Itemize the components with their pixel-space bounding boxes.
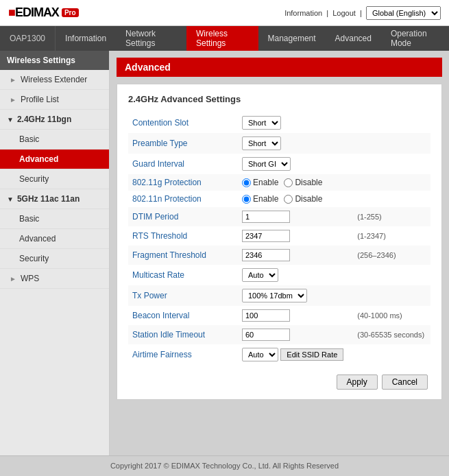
nav-network-settings[interactable]: Network Settings: [116, 26, 186, 51]
sidebar-sub-5ghz-security[interactable]: Security: [0, 249, 109, 269]
header-links: Information | Logout | Global (English): [284, 6, 441, 20]
beacon-interval-input[interactable]: [242, 309, 290, 322]
radio-80211n-enable[interactable]: Enable: [242, 194, 278, 204]
fragment-threshold-input[interactable]: [242, 249, 290, 261]
sidebar-sub-2ghz-basic[interactable]: Basic: [0, 130, 109, 150]
radio-80211g-disable[interactable]: Disable: [284, 178, 322, 187]
field-label: Preamble Type: [128, 133, 238, 154]
field-value: Short Long: [238, 112, 350, 133]
field-value: 100% 17dbm: [238, 285, 350, 306]
arrow-icon: ▼: [7, 116, 14, 123]
radio-input[interactable]: [284, 178, 293, 187]
arrow-icon: ▼: [7, 195, 14, 203]
field-hint: [350, 133, 430, 154]
field-label: 802.11g Protection: [128, 174, 238, 191]
field-hint: (1-2347): [350, 226, 430, 246]
sidebar-sub-2ghz-security[interactable]: Security: [0, 169, 109, 189]
sidebar-label: Basic: [19, 134, 39, 144]
header: ■EDIMAX Pro Information | Logout | Globa…: [0, 0, 449, 26]
preamble-type-select[interactable]: Short Long: [242, 136, 281, 150]
sidebar-sub-5ghz-basic[interactable]: Basic: [0, 209, 109, 229]
sidebar-label: Advanced: [19, 234, 56, 243]
tx-power-select[interactable]: 100% 17dbm: [242, 289, 307, 302]
logo-badge: Pro: [62, 8, 79, 17]
field-value: Auto Edit SSID Rate: [238, 344, 350, 365]
field-label: DTIM Period: [128, 207, 238, 226]
page-title: Advanced: [117, 58, 442, 77]
table-row: Preamble Type Short Long: [128, 133, 430, 154]
sidebar-item-profile-list[interactable]: ► Profile List: [0, 90, 109, 110]
field-label: Tx Power: [128, 285, 238, 306]
field-label: Airtime Fairness: [128, 344, 238, 365]
radio-80211g-enable[interactable]: Enable: [242, 178, 278, 187]
arrow-icon: ►: [10, 76, 16, 84]
nav-wireless-settings[interactable]: Wireless Settings: [186, 26, 258, 51]
field-value: [238, 306, 350, 325]
radio-input[interactable]: [284, 195, 293, 204]
nav-information[interactable]: Information: [56, 26, 116, 51]
rts-threshold-input[interactable]: [242, 230, 290, 242]
sidebar-group-2ghz[interactable]: ▼ 2.4GHz 11bgn: [0, 110, 109, 130]
sidebar: Wireless Settings ► Wireless Extender ► …: [0, 51, 110, 455]
sidebar-sub-5ghz-advanced[interactable]: Advanced: [0, 229, 109, 249]
sidebar-item-wps[interactable]: ► WPS: [0, 269, 109, 289]
table-row: Beacon Interval (40-1000 ms): [128, 306, 430, 325]
action-row: Apply Cancel: [128, 374, 430, 390]
table-row: Station Idle Timeout (30-65535 seconds): [128, 325, 430, 344]
fragment-hint: (256–2346): [357, 251, 396, 259]
field-hint: [350, 344, 430, 365]
field-value: [238, 207, 350, 226]
field-hint: [350, 112, 430, 133]
table-row: Tx Power 100% 17dbm: [128, 285, 430, 306]
field-hint: (256–2346): [350, 246, 430, 265]
table-row: Airtime Fairness Auto Edit SSID Rate: [128, 344, 430, 365]
field-value: [238, 325, 350, 344]
dtim-period-input[interactable]: [242, 211, 290, 223]
field-label: Station Idle Timeout: [128, 325, 238, 344]
apply-button[interactable]: Apply: [337, 374, 378, 390]
cancel-button[interactable]: Cancel: [382, 374, 428, 390]
field-hint: (1-255): [350, 207, 430, 226]
rts-hint: (1-2347): [357, 232, 386, 240]
radio-input[interactable]: [242, 195, 251, 204]
sidebar-label: Advanced: [19, 154, 58, 164]
logout-link[interactable]: Logout: [332, 9, 356, 17]
sidebar-item-wireless-extender[interactable]: ► Wireless Extender: [0, 70, 109, 90]
main-container: Wireless Settings ► Wireless Extender ► …: [0, 51, 449, 455]
dtim-hint: (1-255): [357, 213, 381, 221]
field-hint: [350, 154, 430, 174]
sidebar-label: Profile List: [21, 95, 59, 104]
field-label: Beacon Interval: [128, 306, 238, 325]
nav-management[interactable]: Management: [258, 26, 326, 51]
language-select[interactable]: Global (English): [366, 6, 441, 20]
radio-input[interactable]: [242, 178, 251, 187]
sidebar-label: Wireless Extender: [21, 75, 87, 84]
table-row: Multicast Rate Auto: [128, 265, 430, 285]
section-title: 2.4GHz Advanced Settings: [128, 94, 430, 104]
sidebar-sub-2ghz-advanced[interactable]: Advanced: [0, 150, 109, 169]
edit-ssid-rate-button[interactable]: Edit SSID Rate: [280, 348, 343, 361]
nav-advanced[interactable]: Advanced: [326, 26, 381, 51]
navbar-brand: OAP1300: [0, 26, 56, 51]
multicast-rate-select[interactable]: Auto: [242, 268, 278, 282]
nav-operation-mode[interactable]: Operation Mode: [381, 26, 449, 51]
airtime-fairness-select[interactable]: Auto: [242, 348, 278, 361]
sidebar-label: Security: [19, 174, 49, 184]
sidebar-label: Security: [19, 254, 49, 263]
field-label: Guard Interval: [128, 154, 238, 174]
sidebar-title: Wireless Settings: [0, 51, 109, 70]
field-hint: (30-65535 seconds): [350, 325, 430, 344]
sidebar-label: Basic: [19, 214, 39, 224]
table-row: DTIM Period (1-255): [128, 207, 430, 226]
sidebar-group-5ghz[interactable]: ▼ 5GHz 11ac 11an: [0, 189, 109, 209]
field-value: Short GI Long GI: [238, 154, 350, 174]
table-row: RTS Threshold (1-2347): [128, 226, 430, 246]
footer: Copyright 2017 © EDIMAX Technology Co., …: [0, 455, 449, 475]
sidebar-label: WPS: [21, 274, 39, 283]
field-label: Fragment Threshold: [128, 246, 238, 265]
guard-interval-select[interactable]: Short GI Long GI: [242, 157, 291, 171]
radio-80211n-disable[interactable]: Disable: [284, 194, 322, 204]
home-link[interactable]: Information: [284, 9, 322, 17]
station-idle-timeout-input[interactable]: [242, 329, 290, 341]
contention-slot-select[interactable]: Short Long: [242, 116, 281, 130]
